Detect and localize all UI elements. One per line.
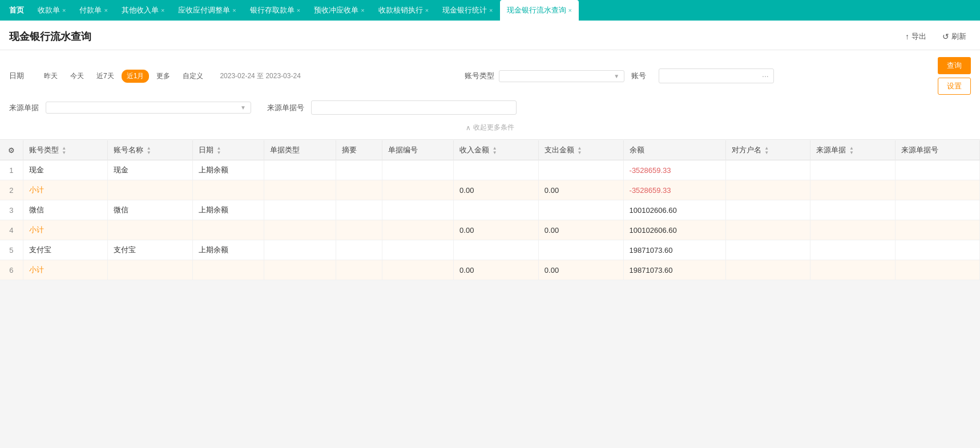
sort-source-doc-icon[interactable]: ▲▼ [849,146,854,155]
date-btn-custom[interactable]: 自定义 [178,70,208,83]
refresh-button[interactable]: ↺ 刷新 [938,29,971,44]
cell-account-name: 现金 [108,160,193,180]
cell-seq: 4 [0,220,23,240]
cell-balance: -3528659.33 [623,180,725,200]
nav-home[interactable]: 首页 [2,0,31,21]
collapse-bar[interactable]: ∧ 收起更多条件 [9,120,971,135]
account-input-wrap: ··· [659,68,774,83]
col-income: 收入金额 ▲▼ [454,140,539,160]
cell-doc-type [264,260,336,280]
filter-row-2: 来源单据 ▼ 来源单据号 [9,100,971,115]
table-container: ⚙ 账号类型 ▲▼ 账号名称 ▲▼ 日期 ▲▼ 单据类型 摘要 单据编号 [0,140,980,280]
cell-summary [336,260,382,280]
export-icon: ↑ [905,32,909,41]
account-ellipsis-icon[interactable]: ··· [762,71,769,80]
cell-seq: 5 [0,240,23,260]
account-type-select[interactable]: ▼ [499,70,624,82]
filter-row-1: 日期 昨天 今天 近7天 近1月 更多 自定义 2023-02-24 至 202… [9,57,971,95]
sort-account-type-icon[interactable]: ▲▼ [62,146,66,155]
export-button[interactable]: ↑ 导出 [901,29,931,44]
date-btn-7days[interactable]: 近7天 [91,70,119,83]
cell-account-type: 现金 [23,160,108,180]
cell-expense: 0.00 [538,180,623,200]
source-doc-no-label: 来源单据号 [267,103,304,113]
cell-source-doc-no [896,200,980,220]
close-adjust-icon[interactable]: × [232,0,236,21]
cell-income [454,160,539,180]
filter-area: 日期 昨天 今天 近7天 近1月 更多 自定义 2023-02-24 至 202… [0,50,980,140]
close-receipt-icon[interactable]: × [62,0,66,21]
nav-tab-cash-query[interactable]: 现金银行流水查询 × [500,0,579,21]
table-row: 5支付宝支付宝上期余额19871073.60 [0,240,980,260]
cell-expense: 0.00 [538,220,623,240]
cell-balance: 19871073.60 [623,240,725,260]
date-btn-today[interactable]: 今天 [65,70,89,83]
cell-source-doc-no [896,220,980,240]
cell-doc-type [264,180,336,200]
close-advance-icon[interactable]: × [361,0,364,21]
date-btn-more[interactable]: 更多 [151,70,175,83]
account-type-group: 账号类型 ▼ [465,70,624,82]
close-write-off-icon[interactable]: × [425,0,429,21]
sort-date-icon[interactable]: ▲▼ [217,146,221,155]
cell-counterparty [725,160,810,180]
cell-seq: 6 [0,260,23,280]
action-buttons: 查询 设置 [938,57,971,95]
cell-income: 0.00 [454,220,539,240]
gear-icon[interactable]: ⚙ [8,146,15,155]
cell-date: 上期余额 [192,200,264,220]
cell-income [454,200,539,220]
cell-seq: 2 [0,180,23,200]
cell-date: 上期余额 [192,160,264,180]
date-btn-1month[interactable]: 近1月 [122,70,150,83]
cell-expense [538,160,623,180]
table-row: 6小计0.000.0019871073.60 [0,260,980,280]
query-button[interactable]: 查询 [938,57,971,74]
cell-account-type: 微信 [23,200,108,220]
cell-source-doc [810,240,896,260]
cell-date [192,260,264,280]
cell-source-doc-no [896,180,980,200]
cell-balance: 100102606.60 [623,220,725,240]
cell-expense [538,240,623,260]
nav-tab-other-income[interactable]: 其他收入单 × [115,0,171,21]
cell-source-doc-no [896,240,980,260]
nav-tab-bank-stat[interactable]: 现金银行统计 × [435,0,499,21]
nav-tab-payment[interactable]: 付款单 × [72,0,114,21]
sort-income-icon[interactable]: ▲▼ [493,146,497,155]
close-bank-deposit-icon[interactable]: × [297,0,300,21]
cell-doc-no [382,240,453,260]
collapse-icon: ∧ [466,124,471,132]
account-input[interactable] [664,72,760,80]
close-payment-icon[interactable]: × [104,0,107,21]
cell-balance: 100102606.60 [623,200,725,220]
table-row: 2小计0.000.00-3528659.33 [0,180,980,200]
nav-tab-receipt[interactable]: 收款单 × [31,0,72,21]
nav-tab-adjust[interactable]: 应收应付调整单 × [171,0,243,21]
cell-source-doc [810,200,896,220]
cell-doc-no [382,180,453,200]
source-doc-no-input[interactable] [316,103,511,112]
col-gear[interactable]: ⚙ [0,140,23,160]
sort-account-name-icon[interactable]: ▲▼ [147,146,151,155]
col-counterparty: 对方户名 ▲▼ [725,140,810,160]
close-other-income-icon[interactable]: × [161,0,164,21]
cell-account-type: 支付宝 [23,240,108,260]
settings-button[interactable]: 设置 [938,78,971,95]
source-doc-select[interactable]: ▼ [46,102,251,114]
cell-counterparty [725,200,810,220]
sort-counterparty-icon[interactable]: ▲▼ [764,146,769,155]
nav-tab-bank-deposit[interactable]: 银行存取款单 × [243,0,307,21]
cell-source-doc [810,180,896,200]
source-doc-arrow-icon: ▼ [240,104,246,111]
sort-expense-icon[interactable]: ▲▼ [577,146,582,155]
nav-tab-advance[interactable]: 预收冲应收单 × [307,0,371,21]
cell-account-name: 支付宝 [108,240,193,260]
close-cash-query-icon[interactable]: × [568,0,572,21]
cell-counterparty [725,240,810,260]
col-source-doc-no: 来源单据号 [896,140,980,160]
date-btn-yesterday[interactable]: 昨天 [39,70,63,83]
cell-balance: 19871073.60 [623,260,725,280]
nav-tab-write-off[interactable]: 收款核销执行 × [372,0,435,21]
close-bank-stat-icon[interactable]: × [489,0,493,21]
